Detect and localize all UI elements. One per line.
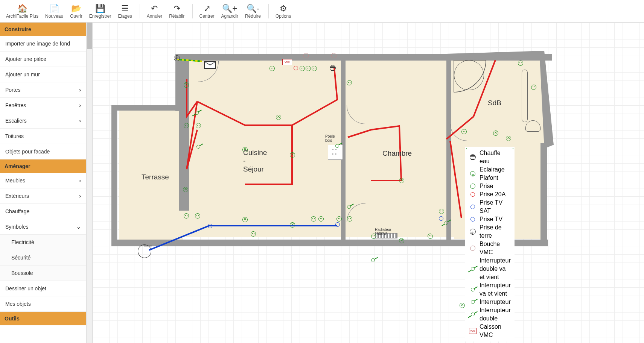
outlet-icon[interactable]	[518, 61, 523, 66]
outlet-icon[interactable]	[439, 209, 444, 214]
switch-icon[interactable]	[335, 144, 339, 148]
sidebar-item-label: Symboles	[5, 224, 28, 230]
sidebar-item-label: Objets pour facade	[5, 149, 50, 155]
sidebar-item[interactable]: Dessiner un objet	[0, 281, 86, 296]
sidebar-item[interactable]: Fenêtres›	[0, 98, 86, 113]
redo-button[interactable]: ↷Rétablir	[166, 2, 187, 21]
outlet-icon[interactable]	[347, 80, 352, 85]
outlet-icon[interactable]	[318, 216, 324, 222]
ground-icon[interactable]	[174, 55, 180, 61]
outlet-icon[interactable]	[336, 216, 342, 222]
outlet-icon[interactable]	[306, 66, 311, 71]
ceiling-light-icon[interactable]	[460, 303, 465, 308]
sidebar-item[interactable]: Extérieurs›	[0, 188, 86, 204]
sidebar-item[interactable]: Escaliers›	[0, 113, 86, 129]
outlet-icon[interactable]	[531, 85, 536, 90]
legend-row: Prise TV	[469, 215, 511, 223]
zoomout-icon: 🔍-	[247, 4, 259, 14]
main-toolbar: 🏠ArchiFacile Plus📄Nouveau📂Ouvrir💾Enregis…	[0, 0, 644, 23]
toolbar-label: Agrandir	[221, 14, 238, 19]
tv-outlet-icon[interactable]	[439, 216, 443, 221]
toolbar-label: Rétablir	[169, 14, 184, 19]
legend-row: Prise 20A	[469, 190, 511, 199]
switch-icon[interactable]	[371, 258, 375, 262]
options-icon: ⚙	[280, 4, 287, 14]
legend-row: Eclairage Plafont	[469, 165, 511, 182]
outlet-icon[interactable]	[196, 123, 201, 128]
sidebar-item[interactable]: Objets pour facade	[0, 144, 86, 159]
home-button[interactable]: 🏠ArchiFacile Plus	[3, 2, 41, 21]
outlet-icon[interactable]	[184, 213, 189, 219]
switch-icon[interactable]	[347, 205, 351, 209]
open-button[interactable]: 📂Ouvrir	[67, 2, 85, 21]
sidebar-subitem[interactable]: Sécurité	[0, 250, 86, 266]
ceiling-light-icon[interactable]	[399, 238, 404, 243]
outlet-icon[interactable]	[312, 66, 317, 71]
switch-icon[interactable]	[196, 145, 200, 149]
ceiling-light-icon[interactable]	[276, 115, 281, 120]
sidebar-scrollbar[interactable]	[87, 23, 93, 343]
sidebar-subitem[interactable]: Electricité	[0, 235, 86, 250]
center-button[interactable]: ⤢Centrer	[196, 2, 218, 21]
ceiling-light-icon[interactable]	[290, 152, 295, 158]
sidebar-header: Aménager	[0, 159, 86, 173]
vmc-vent-icon[interactable]	[331, 53, 336, 58]
outlet-icon[interactable]	[251, 231, 256, 237]
ceiling-light-icon[interactable]	[493, 131, 498, 136]
outlet-icon[interactable]	[184, 123, 189, 128]
toolbar-label: Centrer	[199, 14, 215, 19]
sidebar-subitem[interactable]: Boussole	[0, 266, 86, 281]
sidebar-item[interactable]: Meubles›	[0, 173, 86, 188]
save-button[interactable]: 💾Enregistrer	[86, 2, 114, 21]
legend-label: Prise TV SAT	[480, 199, 511, 215]
vmc-box-icon[interactable]: VMC	[282, 59, 292, 65]
zoomin-button[interactable]: 🔍+Agrandir	[218, 2, 241, 21]
home-icon: 🏠	[17, 4, 27, 14]
tv-outlet-icon[interactable]	[335, 222, 340, 227]
double-switch-icon[interactable]	[195, 111, 199, 115]
chevron-icon: ›	[79, 178, 81, 184]
sidebar-item[interactable]: Importer une image de fond	[0, 36, 86, 52]
toolbar-label: Enregistrer	[89, 14, 111, 19]
legend-row: VMCCaisson VMC	[469, 323, 511, 339]
sidebar-item-label: Chauffage	[5, 208, 29, 214]
ceiling-light-icon[interactable]	[242, 217, 248, 222]
floors-button[interactable]: ☰Etages	[115, 2, 135, 21]
outlet-icon[interactable]	[300, 66, 305, 71]
sidebar-item[interactable]: Ajouter un mur	[0, 67, 86, 82]
outlet-20a-icon[interactable]	[294, 66, 298, 70]
sidebar-item[interactable]: Mes objets	[0, 296, 86, 312]
sidebar-item[interactable]: Portes›	[0, 82, 86, 98]
room-label-chambre: Chambre	[382, 149, 412, 158]
legend-symbol-icon	[470, 184, 475, 189]
undo-button[interactable]: ↶Annuler	[144, 2, 165, 21]
outlet-icon[interactable]	[195, 213, 200, 219]
sidebar-item[interactable]: Toitures	[0, 129, 86, 144]
outlet-icon[interactable]	[347, 216, 352, 222]
sidebar-item-label: Fenêtres	[5, 102, 26, 108]
zoomout-button[interactable]: 🔍-Réduire	[242, 2, 264, 21]
new-button[interactable]: 📄Nouveau	[42, 2, 66, 21]
double-switch-icon[interactable]	[445, 221, 448, 225]
ceiling-light-icon[interactable]	[399, 178, 404, 183]
sidebar-item[interactable]: Chauffage	[0, 204, 86, 219]
towel-radiator	[522, 70, 528, 122]
sidebar-item[interactable]: Ajouter une pièce	[0, 52, 86, 67]
ceiling-light-icon[interactable]	[184, 82, 189, 88]
chevron-icon: ›	[79, 102, 81, 108]
options-button[interactable]: ⚙Options	[273, 2, 294, 21]
outlet-icon[interactable]	[428, 234, 433, 239]
ceiling-light-icon[interactable]	[183, 187, 188, 192]
outlet-icon[interactable]	[461, 129, 467, 134]
outlet-icon[interactable]	[269, 66, 275, 71]
drawing-canvas[interactable]: VMC	[93, 23, 644, 343]
water-heater-icon[interactable]	[330, 65, 336, 71]
ceiling-light-icon[interactable]	[290, 222, 295, 228]
sidebar-item[interactable]: Symboles⌄	[0, 219, 86, 235]
tv-outlet-icon[interactable]	[208, 224, 212, 228]
legend-symbol-icon	[471, 313, 475, 316]
outlet-icon[interactable]	[311, 216, 316, 222]
vmc-vent-icon[interactable]	[303, 53, 309, 58]
sidebar-item-label: Ajouter un mur	[5, 71, 40, 77]
ceiling-light-icon[interactable]	[506, 136, 511, 141]
